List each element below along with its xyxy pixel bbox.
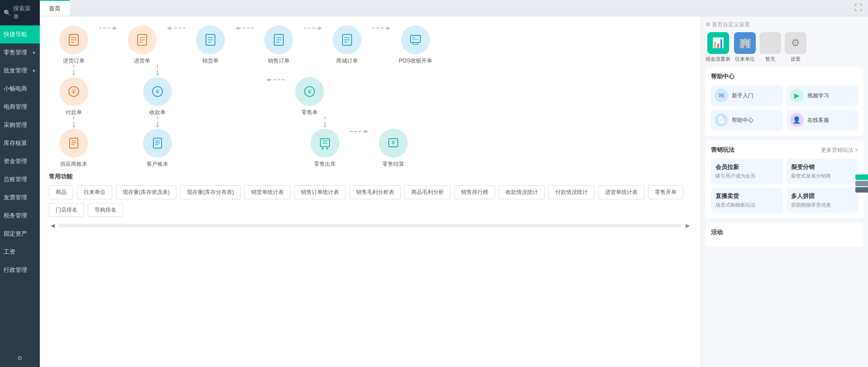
sidebar-label-ecom-mgmt: 电商管理 xyxy=(4,103,36,111)
func-btn[interactable]: 收款情况统计 xyxy=(499,185,545,199)
label-customer-account: 客户账本 xyxy=(147,160,168,168)
sidebar-label-quick-nav: 快捷导航 xyxy=(4,30,36,39)
node-supplier-account[interactable]: 供应商账本 xyxy=(49,129,99,168)
func-btn[interactable]: 商品 xyxy=(49,185,73,199)
tab-home[interactable]: 首页 xyxy=(40,0,70,16)
sidebar-item-ecom-mgmt[interactable]: 电商管理 xyxy=(0,98,40,116)
arrow-down-4: ▼ xyxy=(155,124,160,129)
sidebar-item-capital-mgmt[interactable]: 资金管理 xyxy=(0,152,40,170)
node-receipt-bill[interactable]: ¥ 收款单 xyxy=(133,77,182,116)
marketing-more-link[interactable]: 更多营销玩法 > xyxy=(821,146,858,154)
sidebar-search-label: 搜索菜单 xyxy=(13,5,36,21)
arrow-outbound-settle: ▶ xyxy=(350,129,368,145)
node-payment-bill[interactable]: ¥ 付款单 xyxy=(49,77,99,116)
main-wrapper: 首页 ⛶ 进货订单 xyxy=(40,0,868,367)
marketing-item-group-buy[interactable]: 多人拼团拼团购物享受优惠 xyxy=(787,188,858,213)
sidebar-item-fixed-assets[interactable]: 固定资产 xyxy=(0,225,40,243)
marketing-title-split-sale: 裂变分销 xyxy=(791,163,854,171)
func-btn[interactable]: 商品毛利分析 xyxy=(405,185,451,199)
node-purchase-order[interactable]: 进货订单 xyxy=(49,25,99,65)
arrow-icon: ▼ xyxy=(32,50,36,55)
node-sales-bill[interactable]: 销货单 xyxy=(186,25,235,65)
float-btn-customer-service[interactable]: 客服热线 xyxy=(855,174,868,180)
help-icon-help: 📄 xyxy=(715,113,728,127)
sidebar-item-wholesale-mgmt[interactable]: 批发管理▼ xyxy=(0,62,40,80)
node-retail-bill[interactable]: ¥ 零售单 xyxy=(285,77,334,116)
marketing-item-split-sale[interactable]: 裂变分销裂变式发展分销商 xyxy=(787,159,858,184)
circle-retail-outbound xyxy=(310,129,339,158)
circle-mall-order xyxy=(333,25,362,54)
quick-icon-box-none xyxy=(759,32,781,54)
sidebar-item-retail-mgmt[interactable]: 零售管理▼ xyxy=(0,43,40,62)
arrow-3-4: ◀ xyxy=(235,25,254,42)
sidebar-item-invoice-mgmt[interactable]: 发票管理 xyxy=(0,188,40,207)
sidebar-item-tax-mgmt[interactable]: 税务管理 xyxy=(0,207,40,225)
tab-bar: 首页 ⛶ xyxy=(40,0,868,16)
sidebar-item-salary[interactable]: 工资 xyxy=(0,243,40,261)
sidebar-item-inventory[interactable]: 库存核算 xyxy=(0,134,40,152)
svg-rect-38 xyxy=(320,139,329,147)
help-label-online-service: 在线客服 xyxy=(807,116,829,124)
func-btn[interactable]: 往来单位 xyxy=(77,185,112,199)
vc-purchase-order: ▼ xyxy=(49,65,99,77)
node-purchase-bill[interactable]: 进货单 xyxy=(117,25,167,65)
marketing-item-member[interactable]: 会员拉新吸引用户成为会员 xyxy=(711,159,783,184)
scroll-track[interactable] xyxy=(58,224,682,227)
func-btn[interactable]: 销售排行榜 xyxy=(454,185,495,199)
func-btn[interactable]: 导购排名 xyxy=(88,203,123,217)
label-supplier-account: 供应商账本 xyxy=(60,160,87,168)
help-item-help[interactable]: 📄帮助中心 xyxy=(711,110,783,130)
sidebar-item-purchase-mgmt[interactable]: 采购管理 xyxy=(0,116,40,134)
marketing-desc-live: 场景式购物新玩法 xyxy=(715,202,778,208)
customize-settings-link[interactable]: ⚙ 首页自定义设置 xyxy=(706,21,750,29)
marketing-title-live: 直播卖货 xyxy=(715,192,778,200)
node-pos-cashier[interactable]: POS收银开单 xyxy=(391,25,440,65)
float-btn-desktop-quick[interactable]: 桌面快捷 xyxy=(855,187,868,193)
scroll-right-btn[interactable]: ▶ xyxy=(684,222,692,230)
right-panel: ⚙ 首页自定义设置 📊现金流量表🏢往来单位暂无⚙设置 帮助中心 ✉新手入门▶视频… xyxy=(701,16,868,367)
func-btn[interactable]: 现存量(库存分布表) xyxy=(180,185,241,199)
arrow-icon: ▼ xyxy=(32,68,36,73)
node-retail-settle[interactable]: ¥ 零售结算 xyxy=(368,129,418,168)
svg-point-39 xyxy=(322,148,324,150)
node-mall-order[interactable]: 商城订单 xyxy=(322,25,372,65)
label-retail-settle: 零售结算 xyxy=(382,160,404,168)
help-item-online-service[interactable]: 👤在线客服 xyxy=(787,110,858,130)
float-btn-service-community[interactable]: 服务社区 xyxy=(855,181,868,186)
quick-icon-none[interactable]: 暂无 xyxy=(759,32,781,63)
node-sales-order[interactable]: 销售订单 xyxy=(254,25,304,65)
quick-icon-box-cash-flow: 📊 xyxy=(707,32,729,54)
sidebar-item-more[interactable]: 行政管理 xyxy=(0,261,40,279)
fullscreen-btn[interactable]: ⛶ xyxy=(854,3,868,13)
node-retail-outbound[interactable]: 零售出库 xyxy=(300,129,350,168)
sidebar-item-quick-nav[interactable]: 快捷导航 xyxy=(0,25,40,43)
fullscreen-icon: ⛶ xyxy=(854,3,863,12)
sidebar-search[interactable]: 🔍 搜索菜单 xyxy=(0,0,40,25)
help-item-beginner[interactable]: ✉新手入门 xyxy=(711,85,783,106)
func-btn[interactable]: 销售毛利分析表 xyxy=(349,185,401,199)
label-purchase-order: 进货订单 xyxy=(63,57,85,65)
func-btn[interactable]: 门店排名 xyxy=(49,203,84,217)
node-customer-account[interactable]: 客户账本 xyxy=(133,129,182,168)
func-btn[interactable]: 零售开单 xyxy=(648,185,683,199)
quick-icon-contacts[interactable]: 🏢往来单位 xyxy=(734,32,756,63)
marketing-item-live[interactable]: 直播卖货场景式购物新玩法 xyxy=(711,188,783,213)
sidebar-label-tax-mgmt: 税务管理 xyxy=(4,212,36,220)
func-btn[interactable]: 付款情况统计 xyxy=(548,185,595,199)
func-btn[interactable]: 现存量(库存状况表) xyxy=(116,185,176,199)
sidebar-settings-btn[interactable]: ⚙ xyxy=(0,349,40,367)
scroll-left-btn[interactable]: ◀ xyxy=(49,222,57,230)
func-btn[interactable]: 销售订单统计表 xyxy=(294,185,346,199)
quick-icon-cash-flow[interactable]: 📊现金流量表 xyxy=(706,32,730,63)
help-icon-beginner: ✉ xyxy=(715,89,728,102)
flow-row-3: 供应商账本 客户账本 xyxy=(49,129,692,168)
activity-card: 活动 xyxy=(706,223,863,246)
sidebar-item-xiaochang-ecom[interactable]: 小畅电商 xyxy=(0,80,40,98)
sidebar-label-general-ledger: 总账管理 xyxy=(4,175,36,184)
help-item-video[interactable]: ▶视频学习 xyxy=(787,85,858,106)
func-btn[interactable]: 进货单统计表 xyxy=(598,185,644,199)
svg-text:¥: ¥ xyxy=(307,88,311,95)
quick-icon-settings[interactable]: ⚙设置 xyxy=(785,32,806,63)
func-btn[interactable]: 销货单统计表 xyxy=(244,185,291,199)
sidebar-item-general-ledger[interactable]: 总账管理 xyxy=(0,170,40,188)
